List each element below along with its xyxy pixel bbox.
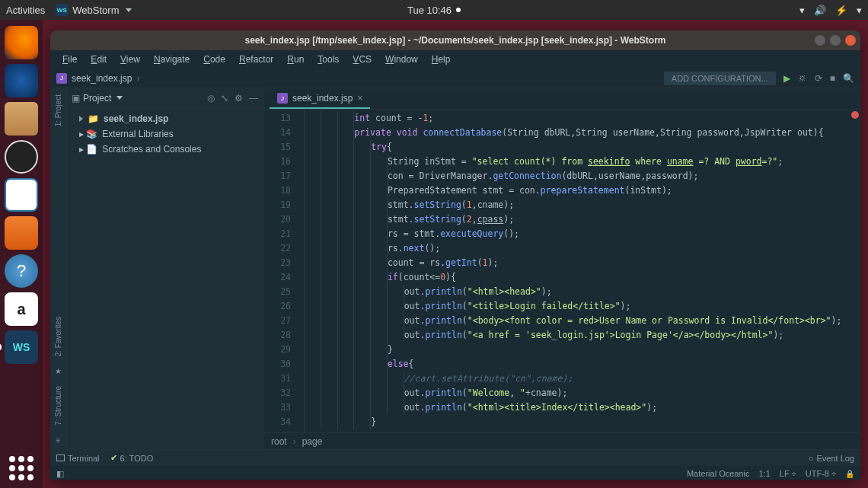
- menubar: FileEditViewNavigateCodeRefactorRunTools…: [50, 50, 860, 69]
- dock-software-icon[interactable]: [5, 216, 38, 250]
- window-title: seek_index.jsp [/tmp/seek_index.jsp] - ~…: [245, 35, 666, 46]
- code-area[interactable]: 1314151617181920212223242526272829303132…: [263, 110, 860, 432]
- power-icon[interactable]: ▾: [857, 5, 862, 16]
- line-gutter: 1314151617181920212223242526272829303132…: [263, 110, 297, 432]
- todo-icon: ✔: [110, 453, 117, 463]
- menu-help[interactable]: Help: [426, 53, 457, 66]
- project-tool-window: ▣ Project ◎ ⤡ ⚙ — 📁 seek_index.jsp▸ 📚 Ex…: [67, 88, 263, 449]
- dock-amazon-icon[interactable]: a: [5, 292, 38, 326]
- tab-event-log[interactable]: ○ Event Log: [809, 454, 854, 463]
- menu-run[interactable]: Run: [281, 53, 310, 66]
- lock-icon[interactable]: 🔒: [845, 470, 854, 478]
- terminal-icon: [56, 455, 65, 461]
- navigation-bar: J seek_index.jsp › ADD CONFIGURATION... …: [50, 69, 860, 88]
- breadcrumb-segment[interactable]: root: [271, 436, 287, 447]
- gnome-topbar: Activities WS WebStorm Tue 10:46 ▾ 🔊 ⚡ ▾: [0, 0, 868, 20]
- app-menu[interactable]: WS WebStorm: [56, 4, 132, 16]
- clock[interactable]: Tue 10:46: [407, 5, 461, 16]
- chevron-right-icon: ›: [293, 436, 296, 447]
- structure-icon: ≡: [56, 432, 61, 449]
- jsp-file-icon: J: [56, 73, 67, 84]
- hide-icon[interactable]: —: [249, 93, 258, 104]
- menu-code[interactable]: Code: [197, 53, 231, 66]
- menu-window[interactable]: Window: [379, 53, 424, 66]
- add-configuration-button[interactable]: ADD CONFIGURATION...: [664, 72, 776, 85]
- chevron-right-icon: ›: [136, 73, 139, 84]
- window-titlebar[interactable]: seek_index.jsp [/tmp/seek_index.jsp] - ~…: [50, 30, 860, 50]
- chevron-down-icon: [126, 8, 132, 12]
- network-icon[interactable]: ▾: [799, 5, 805, 16]
- locate-icon[interactable]: ◎: [207, 93, 215, 104]
- menu-refactor[interactable]: Refactor: [233, 53, 279, 66]
- folder-icon: 📁: [88, 113, 99, 124]
- editor-tab[interactable]: J seek_index.jsp ×: [270, 89, 370, 109]
- notification-dot-icon: [456, 8, 461, 12]
- run-icon[interactable]: ▶: [783, 73, 790, 84]
- menu-edit[interactable]: Edit: [85, 53, 113, 66]
- tool-windows-toggle-icon[interactable]: ◧: [56, 469, 64, 479]
- star-icon: ★: [55, 362, 62, 380]
- breadcrumbs-bottom[interactable]: root › page: [263, 432, 860, 449]
- chevron-down-icon: [116, 96, 123, 100]
- tab-structure[interactable]: 7: Structure: [53, 380, 64, 432]
- coverage-icon[interactable]: ⟳: [815, 73, 822, 84]
- activities-button[interactable]: Activities: [6, 5, 45, 16]
- project-view-selector[interactable]: ▣ Project: [72, 93, 123, 104]
- close-tab-icon[interactable]: ×: [357, 93, 362, 104]
- menu-navigate[interactable]: Navigate: [148, 53, 196, 66]
- show-applications-icon[interactable]: [9, 456, 34, 480]
- collapse-icon[interactable]: ⤡: [221, 93, 228, 104]
- maximize-button[interactable]: [830, 35, 841, 46]
- menu-vcs[interactable]: VCS: [346, 53, 378, 66]
- caret-position[interactable]: 1:1: [759, 469, 771, 478]
- tree-item[interactable]: 📁 seek_index.jsp: [67, 111, 263, 126]
- search-icon[interactable]: 🔍: [843, 73, 854, 84]
- folder-icon: ▣: [72, 93, 80, 104]
- menu-view[interactable]: View: [114, 53, 146, 66]
- dock-disks-icon[interactable]: [5, 140, 38, 174]
- left-tool-strip: 1: Project 2: Favorites ★ 7: Structure ≡: [50, 88, 67, 449]
- scratch-icon: ▸ 📄: [79, 144, 97, 155]
- stop-icon[interactable]: ■: [830, 73, 835, 84]
- dock-firefox-icon[interactable]: [5, 26, 38, 59]
- tree-item[interactable]: ▸ 📚 External Libraries: [67, 126, 263, 142]
- menu-file[interactable]: File: [56, 53, 83, 66]
- editor: J seek_index.jsp × 131415161718192021222…: [263, 88, 860, 449]
- dock-webstorm-icon[interactable]: WS: [5, 330, 38, 364]
- tab-favorites[interactable]: 2: Favorites: [53, 311, 64, 362]
- gear-icon[interactable]: ⚙: [235, 93, 243, 104]
- debug-icon[interactable]: ⛭: [798, 73, 807, 84]
- tab-project[interactable]: 1: Project: [53, 88, 64, 132]
- battery-icon[interactable]: ⚡: [835, 5, 847, 16]
- close-button[interactable]: [845, 35, 856, 46]
- status-bar: ◧ Material Oceanic 1:1 LF ÷ UTF-8 ÷ 🔒: [50, 466, 860, 480]
- error-stripe-icon[interactable]: [851, 111, 859, 119]
- minimize-button[interactable]: [815, 35, 825, 46]
- dock-thunderbird-icon[interactable]: [5, 64, 38, 97]
- theme-indicator[interactable]: Material Oceanic: [687, 469, 750, 478]
- volume-icon[interactable]: 🔊: [814, 5, 826, 16]
- webstorm-icon: WS: [56, 4, 68, 16]
- chevron-right-icon: [79, 116, 83, 122]
- dock-writer-icon[interactable]: [5, 178, 38, 212]
- tree-item[interactable]: ▸ 📄 Scratches and Consoles: [67, 142, 263, 157]
- breadcrumb[interactable]: J seek_index.jsp ›: [56, 73, 139, 84]
- library-icon: ▸ 📚: [79, 129, 97, 139]
- webstorm-window: seek_index.jsp [/tmp/seek_index.jsp] - ~…: [50, 30, 860, 480]
- dock-files-icon[interactable]: [5, 102, 38, 136]
- menu-tools[interactable]: Tools: [311, 53, 345, 66]
- ubuntu-dock: ? a WS: [0, 20, 43, 488]
- bottom-tool-strip: Terminal ✔6: TODO ○ Event Log: [50, 449, 860, 466]
- tab-terminal[interactable]: Terminal: [56, 454, 100, 463]
- tab-todo[interactable]: ✔6: TODO: [110, 453, 154, 463]
- fold-gutter[interactable]: [297, 110, 305, 432]
- jsp-file-icon: J: [277, 93, 288, 104]
- line-separator[interactable]: LF ÷: [780, 469, 796, 478]
- file-encoding[interactable]: UTF-8 ÷: [806, 469, 836, 478]
- breadcrumb-segment[interactable]: page: [302, 436, 323, 447]
- dock-help-icon[interactable]: ?: [5, 254, 38, 288]
